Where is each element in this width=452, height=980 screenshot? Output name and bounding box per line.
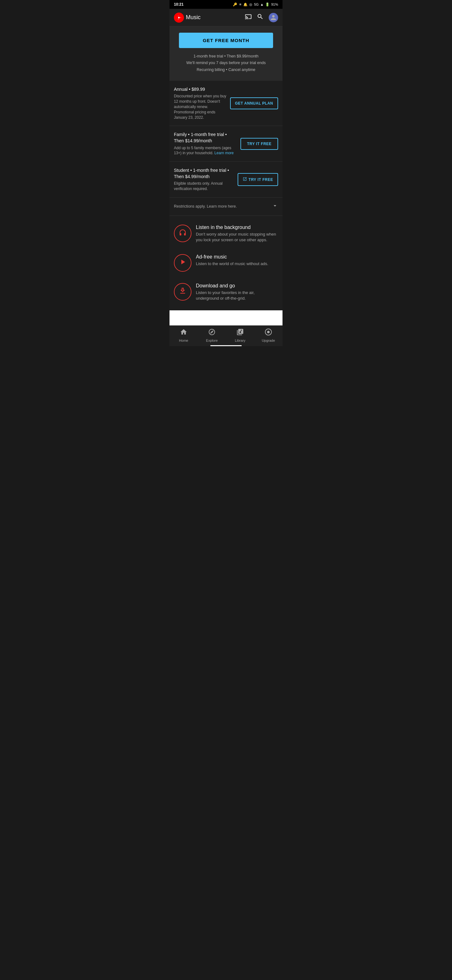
trial-line-1: 1-month free trial • Then $9.99/month	[174, 53, 278, 60]
get-free-month-button[interactable]: GET FREE MONTH	[179, 33, 273, 48]
trial-info: 1-month free trial • Then $9.99/month We…	[174, 53, 278, 73]
home-label: Home	[179, 339, 188, 342]
white-spacer	[170, 310, 282, 325]
restrictions-text: Restrictions apply. Learn more here.	[174, 204, 237, 208]
explore-icon	[208, 328, 216, 338]
annual-plan-info: Annual • $89.99 Discounted price when yo…	[174, 86, 230, 120]
user-avatar[interactable]	[269, 13, 278, 22]
network-label: 5G	[254, 3, 259, 6]
bottom-nav: Home Explore Library Upgrade	[170, 325, 282, 346]
trial-line-2: We'll remind you 7 days before your tria…	[174, 60, 278, 66]
svg-point-3	[178, 17, 180, 18]
nav-home-indicator	[210, 345, 242, 346]
chevron-down-icon[interactable]	[272, 203, 278, 210]
adfree-desc: Listen to the world of music without ads…	[196, 261, 278, 267]
cast-icon[interactable]	[245, 13, 252, 22]
download-text: Download and go Listen to your favorites…	[196, 283, 278, 301]
plans-section: Annual • $89.99 Discounted price when yo…	[170, 81, 282, 197]
student-plan-desc: Eligible students only. Annual verificat…	[174, 181, 235, 192]
adfree-title: Ad-free music	[196, 254, 278, 260]
background-listen-desc: Don't worry about your music stopping wh…	[196, 231, 278, 243]
background-listen-title: Listen in the background	[196, 224, 278, 230]
adfree-text: Ad-free music Listen to the world of mus…	[196, 254, 278, 267]
signal-icon: ▲	[260, 3, 264, 6]
download-desc: Listen to your favorites in the air, und…	[196, 290, 278, 301]
youtube-music-logo	[174, 13, 184, 22]
download-icon-wrap	[174, 283, 192, 301]
header-actions	[245, 13, 278, 22]
bluetooth-icon: ✳	[239, 3, 242, 6]
play-icon-wrap	[174, 254, 192, 272]
download-title: Download and go	[196, 283, 278, 289]
student-plan-info: Student • 1-month free trial • Then $4.9…	[174, 167, 238, 192]
play-icon	[179, 258, 187, 268]
family-learn-more-link[interactable]: Learn more	[214, 151, 233, 155]
svg-point-5	[267, 331, 270, 333]
family-plan-desc: Add up to 5 family members (ages 13+) in…	[174, 145, 237, 156]
app-header: Music	[170, 9, 282, 26]
battery-level: 91%	[271, 3, 278, 6]
restrictions-row[interactable]: Restrictions apply. Learn more here.	[170, 197, 282, 216]
nav-home[interactable]: Home	[170, 328, 198, 342]
home-icon	[180, 328, 187, 338]
nav-upgrade[interactable]: Upgrade	[254, 328, 282, 342]
family-try-free-button[interactable]: TRY IT FREE	[240, 138, 278, 150]
status-bar: 10:21 🔑 ✳ 🔔 ◎ 5G ▲ 🔋 91%	[170, 0, 282, 9]
student-plan-row: Student • 1-month free trial • Then $4.9…	[170, 162, 282, 197]
app-name: Music	[186, 14, 201, 21]
battery-icon: 🔋	[265, 3, 270, 6]
get-annual-plan-button[interactable]: GET ANNUAL PLAN	[230, 97, 278, 109]
student-try-free-button[interactable]: TRY IT FREE	[238, 173, 278, 186]
library-icon	[236, 328, 244, 338]
family-plan-row: Family • 1-month free trial • Then $14.9…	[170, 126, 282, 162]
upgrade-label: Upgrade	[262, 339, 275, 342]
library-label: Library	[235, 339, 246, 342]
family-plan-info: Family • 1-month free trial • Then $14.9…	[174, 132, 240, 156]
explore-label: Explore	[206, 339, 217, 342]
family-plan-title: Family • 1-month free trial • Then $14.9…	[174, 132, 237, 144]
status-time: 10:21	[174, 2, 184, 6]
key-icon: 🔑	[233, 3, 237, 6]
download-icon	[179, 287, 187, 297]
adfree-feature: Ad-free music Listen to the world of mus…	[170, 248, 282, 277]
mute-icon: 🔔	[243, 3, 247, 6]
background-listen-feature: Listen in the background Don't worry abo…	[170, 219, 282, 248]
nav-library[interactable]: Library	[226, 328, 254, 342]
annual-plan-title: Annual • $89.99	[174, 86, 227, 93]
upgrade-icon	[265, 328, 272, 338]
location-icon: ◎	[249, 3, 252, 6]
student-plan-title: Student • 1-month free trial • Then $4.9…	[174, 167, 235, 180]
annual-plan-desc: Discounted price when you buy 12 months …	[174, 94, 227, 120]
hero-section: GET FREE MONTH 1-month free trial • Then…	[170, 26, 282, 81]
headphone-icon	[179, 228, 187, 239]
annual-plan-row: Annual • $89.99 Discounted price when yo…	[170, 81, 282, 126]
search-icon[interactable]	[257, 13, 264, 22]
download-feature: Download and go Listen to your favorites…	[170, 277, 282, 307]
external-link-icon	[243, 177, 247, 182]
nav-explore[interactable]: Explore	[198, 328, 226, 342]
trial-line-3: Recurring billing • Cancel anytime	[174, 67, 278, 73]
background-listen-text: Listen in the background Don't worry abo…	[196, 224, 278, 243]
status-icons: 🔑 ✳ 🔔 ◎ 5G ▲ 🔋 91%	[233, 3, 278, 6]
headphone-icon-wrap	[174, 224, 192, 242]
logo-area: Music	[174, 13, 245, 22]
features-section: Listen in the background Don't worry abo…	[170, 216, 282, 310]
